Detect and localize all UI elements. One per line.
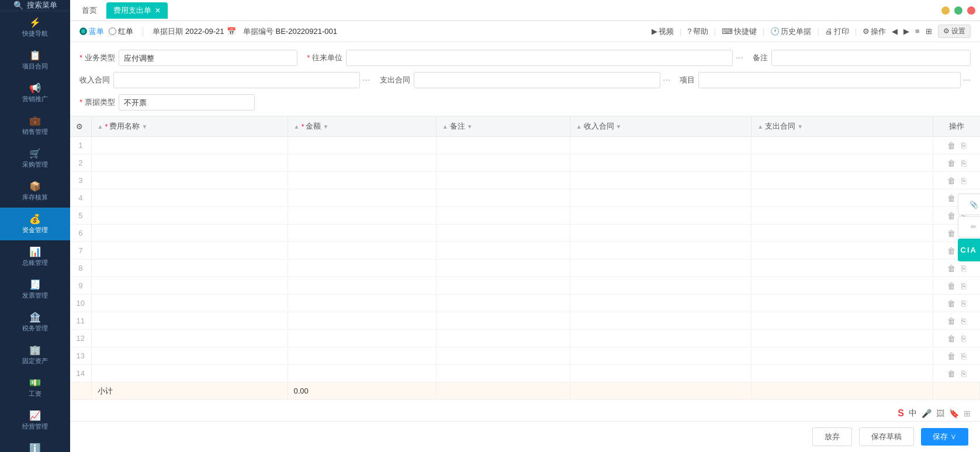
delete-icon[interactable]: 🗑 — [947, 176, 955, 185]
sidebar-item-basic-info[interactable]: ℹ️ 基础信息 — [0, 437, 70, 452]
amount-cell[interactable] — [288, 225, 436, 242]
th-gear[interactable]: ⚙ — [70, 116, 91, 137]
copy-icon[interactable]: ⎘ — [961, 351, 966, 361]
amount-cell[interactable] — [288, 172, 436, 189]
income-contract-cell[interactable] — [570, 207, 752, 225]
sidebar-item-tax[interactable]: 🏦 税务管理 — [0, 306, 70, 339]
delete-icon[interactable]: 🗑 — [947, 351, 955, 361]
copy-icon[interactable]: ⎘ — [961, 334, 966, 343]
remark-cell[interactable] — [436, 137, 570, 154]
remark-input[interactable] — [771, 50, 971, 66]
amount-cell[interactable] — [288, 260, 436, 277]
remark-cell[interactable] — [436, 207, 570, 225]
expense-name-cell[interactable] — [91, 154, 288, 172]
delete-icon[interactable]: 🗑 — [947, 211, 955, 220]
sort-up-icon[interactable]: ▲ — [442, 123, 448, 130]
amount-cell[interactable] — [288, 189, 436, 207]
nav-next-btn[interactable]: ▶ — [903, 27, 909, 36]
sidebar-item-inventory[interactable]: 📦 库存核算 — [0, 175, 70, 208]
tab-home[interactable]: 首页 — [75, 2, 104, 19]
expense-name-cell[interactable] — [91, 260, 288, 277]
sidebar-item-quick-nav[interactable]: ⚡ 快捷导航 — [0, 11, 70, 44]
expense-contract-cell[interactable] — [752, 347, 933, 365]
delete-icon[interactable]: 🗑 — [947, 141, 955, 150]
sidebar-item-operations[interactable]: 📈 经营管理 — [0, 404, 70, 437]
expense-contract-cell[interactable] — [752, 260, 933, 277]
amount-cell[interactable] — [288, 312, 436, 330]
red-bill-radio[interactable]: 红单 — [109, 26, 133, 37]
expense-name-cell[interactable] — [91, 365, 288, 382]
expense-contract-cell[interactable] — [752, 277, 933, 295]
delete-icon[interactable]: 🗑 — [947, 334, 955, 343]
remark-cell[interactable] — [436, 260, 570, 277]
amount-cell[interactable] — [288, 365, 436, 382]
delete-icon[interactable]: 🗑 — [947, 264, 955, 273]
remark-cell[interactable] — [436, 189, 570, 207]
expense-contract-cell[interactable] — [752, 137, 933, 154]
remark-cell[interactable] — [436, 312, 570, 330]
ops-btn[interactable]: ⚙ 操作 — [863, 26, 886, 37]
income-contract-cell[interactable] — [570, 260, 752, 277]
expense-name-cell[interactable] — [91, 312, 288, 330]
sort-down-icon[interactable]: ▼ — [797, 123, 803, 130]
expense-contract-cell[interactable] — [752, 207, 933, 225]
remark-cell[interactable] — [436, 277, 570, 295]
save-draft-button[interactable]: 保存草稿 — [859, 427, 914, 446]
copy-icon[interactable]: ⎘ — [961, 141, 966, 150]
project-input[interactable] — [698, 72, 960, 88]
sidebar-item-accounting[interactable]: 📊 总账管理 — [0, 240, 70, 273]
delete-icon[interactable]: 🗑 — [947, 281, 955, 291]
blue-bill-radio[interactable]: 蓝单 — [79, 26, 104, 37]
income-contract-cell[interactable] — [570, 189, 752, 207]
amount-cell[interactable] — [288, 295, 436, 312]
sort-up-icon[interactable]: ▲ — [576, 123, 582, 130]
copy-icon[interactable]: ⎘ — [961, 369, 966, 378]
remark-cell[interactable] — [436, 225, 570, 242]
remark-cell[interactable] — [436, 154, 570, 172]
income-contract-cell[interactable] — [570, 154, 752, 172]
amount-cell[interactable] — [288, 330, 436, 347]
copy-icon[interactable]: ⎘ — [961, 316, 966, 326]
amount-cell[interactable] — [288, 154, 436, 172]
income-contract-cell[interactable] — [570, 172, 752, 189]
counterpart-more-icon[interactable]: ··· — [735, 53, 743, 63]
copy-icon[interactable]: ⎘ — [961, 299, 966, 308]
expense-contract-cell[interactable] — [752, 330, 933, 347]
copy-icon[interactable]: ⎘ — [961, 158, 966, 168]
expense-contract-cell[interactable] — [752, 295, 933, 312]
sidebar-item-marketing[interactable]: 📢 营销推广 — [0, 77, 70, 109]
copy-icon[interactable]: ⎘ — [961, 281, 966, 291]
red-radio-input[interactable] — [109, 27, 116, 35]
counterpart-input[interactable] — [346, 50, 733, 66]
income-contract-cell[interactable] — [570, 225, 752, 242]
delete-icon[interactable]: 🗑 — [947, 158, 955, 168]
expense-contract-cell[interactable] — [752, 154, 933, 172]
delete-icon[interactable]: 🗑 — [947, 299, 955, 308]
expense-name-cell[interactable] — [91, 137, 288, 154]
tag-icon[interactable]: 🔖 — [949, 409, 959, 418]
sidebar-item-invoice[interactable]: 🧾 发票管理 — [0, 273, 70, 306]
expense-name-cell[interactable] — [91, 347, 288, 365]
amount-cell[interactable] — [288, 137, 436, 154]
view-grid-btn[interactable]: ⊞ — [926, 27, 932, 36]
expense-contract-cell[interactable] — [752, 189, 933, 207]
income-contract-cell[interactable] — [570, 295, 752, 312]
minimize-button[interactable] — [941, 6, 950, 15]
sort-down-icon[interactable]: ▼ — [616, 123, 622, 130]
tab-close-button[interactable]: ✕ — [155, 6, 161, 15]
settings-button[interactable]: ⚙ 设置 — [938, 25, 971, 38]
sidebar-item-fixed-assets[interactable]: 🏢 固定资产 — [0, 339, 70, 371]
shortcut-btn[interactable]: ⌨ 快捷键 — [722, 26, 757, 37]
expense-name-cell[interactable] — [91, 225, 288, 242]
amount-cell[interactable] — [288, 277, 436, 295]
invoice-type-select[interactable]: 不开票 — [119, 94, 255, 111]
img-icon[interactable]: 🖼 — [936, 409, 944, 418]
calendar-icon[interactable]: 📅 — [227, 27, 236, 36]
copy-icon[interactable]: ⎘ — [961, 176, 966, 185]
expense-name-cell[interactable] — [91, 189, 288, 207]
expense-contract-cell[interactable] — [752, 225, 933, 242]
expense-name-cell[interactable] — [91, 172, 288, 189]
sidebar-item-sales[interactable]: 💼 销售管理 — [0, 109, 70, 142]
print-btn[interactable]: 🖨 打印 — [825, 26, 849, 37]
remark-cell[interactable] — [436, 365, 570, 382]
